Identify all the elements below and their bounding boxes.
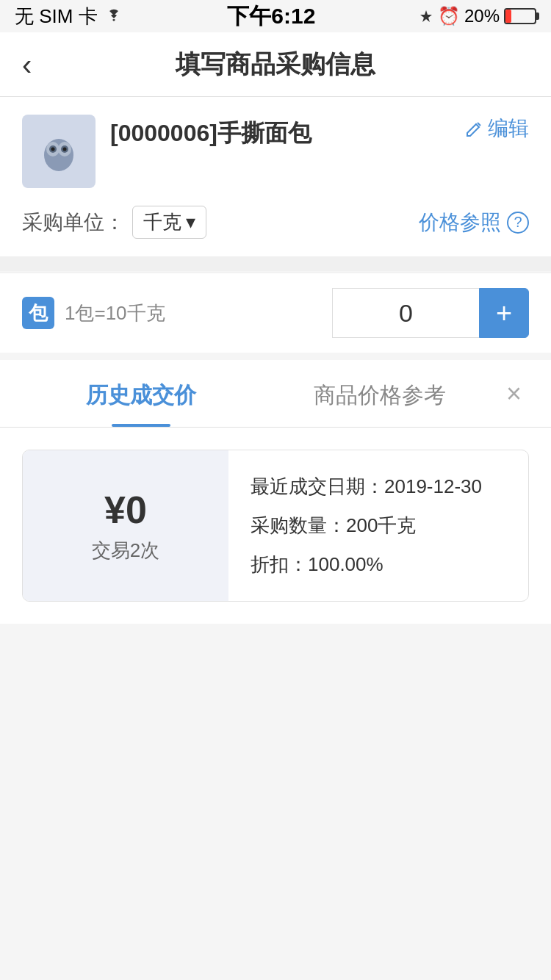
product-image [22, 115, 96, 188]
quantity-label: 包 1包=10千克 [22, 297, 165, 329]
battery-percent: 20% [464, 6, 500, 26]
svg-point-5 [51, 148, 55, 151]
product-info: [0000006]手撕面包 [110, 115, 311, 150]
product-thumbnail [33, 126, 84, 177]
history-purchase-qty: 采购数量：200千克 [251, 511, 506, 540]
back-button[interactable]: ‹ [22, 50, 32, 79]
history-discount: 折扣：100.00% [251, 550, 506, 579]
bag-label-icon: 包 [22, 297, 54, 329]
product-header: [0000006]手撕面包 编辑 [22, 115, 529, 188]
status-time: 下午6:12 [227, 1, 315, 32]
history-card-right: 最近成交日期：2019-12-30 采购数量：200千克 折扣：100.00% [228, 450, 528, 601]
signal-text: 无 SIM 卡 [15, 4, 98, 29]
status-right: ⏰ 20% [419, 6, 536, 26]
tab-history-price[interactable]: 历史成交价 [22, 360, 260, 427]
product-section: [0000006]手撕面包 编辑 采购单位： 千克 ▾ 价格参照 ? [0, 97, 551, 256]
history-content: ¥0 交易2次 最近成交日期：2019-12-30 采购数量：200千克 折扣：… [0, 428, 551, 624]
location-icon [419, 9, 433, 24]
section-divider-1 [0, 256, 551, 271]
tab-close-button[interactable]: × [499, 366, 529, 422]
history-card-left: ¥0 交易2次 [23, 450, 228, 601]
edit-icon [464, 118, 485, 139]
battery-icon [504, 8, 536, 24]
quantity-section: 包 1包=10千克 + [0, 273, 551, 353]
history-card: ¥0 交易2次 最近成交日期：2019-12-30 采购数量：200千克 折扣：… [22, 450, 529, 602]
nav-bar: ‹ 填写商品采购信息 [0, 32, 551, 97]
history-price: ¥0 [104, 488, 147, 532]
unit-select-dropdown[interactable]: 千克 ▾ [132, 206, 206, 239]
tabs-header: 历史成交价 商品价格参考 × [0, 360, 551, 428]
price-ref-info-icon: ? [507, 212, 529, 234]
quantity-input[interactable] [332, 288, 479, 338]
product-left: [0000006]手撕面包 [22, 115, 311, 188]
history-trades: 交易2次 [92, 538, 159, 563]
status-bar: 无 SIM 卡 下午6:12 ⏰ 20% [0, 0, 551, 32]
svg-point-6 [63, 148, 67, 151]
product-name: [0000006]手撕面包 [110, 118, 311, 150]
quantity-plus-button[interactable]: + [479, 288, 529, 338]
alarm-icon: ⏰ [438, 6, 460, 26]
purchase-unit: 采购单位： 千克 ▾ [22, 206, 206, 239]
wifi-icon [104, 8, 124, 24]
page-title: 填写商品采购信息 [176, 48, 375, 82]
bottom-space [0, 624, 551, 980]
tabs-section: 历史成交价 商品价格参考 × ¥0 交易2次 最近成交日期：2019-12-30… [0, 360, 551, 624]
product-meta: 采购单位： 千克 ▾ 价格参照 ? [22, 206, 529, 239]
edit-button[interactable]: 编辑 [464, 115, 529, 143]
price-ref-button[interactable]: 价格参照 ? [419, 209, 529, 237]
bag-unit-text: 1包=10千克 [65, 300, 165, 326]
history-recent-date: 最近成交日期：2019-12-30 [251, 472, 506, 501]
quantity-control: + [332, 288, 529, 338]
dropdown-arrow-icon: ▾ [186, 211, 195, 234]
status-left: 无 SIM 卡 [15, 4, 124, 29]
tab-price-reference[interactable]: 商品价格参考 [260, 360, 498, 427]
